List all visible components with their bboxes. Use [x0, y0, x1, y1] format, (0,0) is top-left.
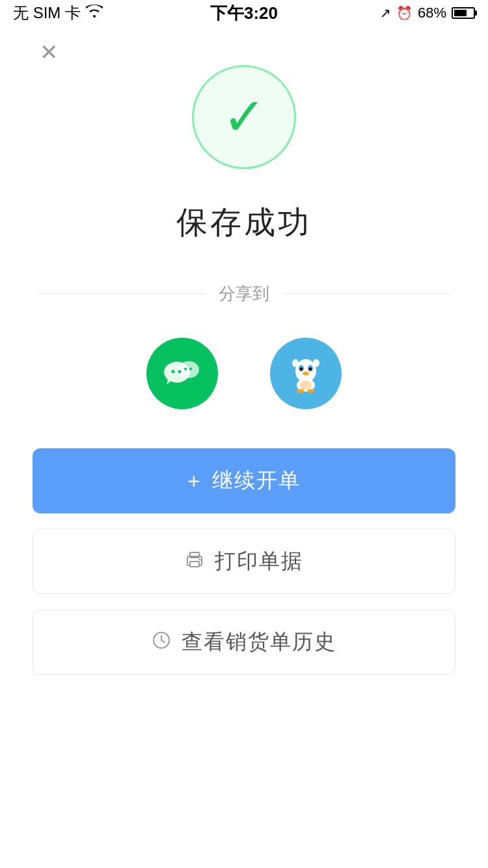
divider-right	[282, 293, 449, 294]
svg-point-15	[307, 389, 315, 393]
success-circle: ✓	[192, 65, 296, 169]
svg-point-14	[297, 389, 305, 393]
svg-point-4	[184, 368, 187, 370]
checkmark-icon: ✓	[223, 91, 266, 143]
svg-rect-20	[190, 562, 199, 567]
svg-point-10	[308, 367, 312, 370]
svg-point-17	[313, 359, 319, 367]
svg-point-9	[299, 367, 303, 370]
print-icon	[185, 550, 204, 574]
history-label: 查看销货单历史	[182, 628, 336, 657]
svg-point-11	[303, 372, 309, 375]
svg-point-16	[292, 359, 299, 367]
status-bar: 无 SIM 卡 下午3:20 ↗ ⏰ 68%	[0, 0, 488, 26]
battery-text: 68%	[418, 5, 446, 21]
wifi-icon	[86, 5, 103, 21]
svg-point-2	[171, 370, 174, 373]
svg-point-3	[178, 370, 181, 373]
main-content: ✓ 保存成功 分享到	[0, 26, 488, 675]
action-buttons: + 继续开单 打印单据 查看销货单历史	[0, 448, 488, 675]
share-section: 分享到	[0, 282, 488, 409]
share-icons	[39, 338, 449, 409]
divider-left	[39, 293, 206, 294]
close-icon: ✕	[40, 41, 58, 63]
print-button[interactable]: 打印单据	[33, 529, 455, 594]
svg-point-5	[189, 368, 192, 370]
share-divider: 分享到	[39, 282, 449, 305]
battery-icon	[452, 7, 475, 19]
alarm-icon: ⏰	[396, 5, 413, 21]
close-button[interactable]: ✕	[33, 36, 65, 68]
status-time: 下午3:20	[210, 2, 278, 25]
history-button[interactable]: 查看销货单历史	[33, 610, 455, 675]
qq-share-button[interactable]	[270, 338, 342, 409]
status-left: 无 SIM 卡	[13, 3, 103, 23]
success-title: 保存成功	[176, 202, 312, 243]
location-icon: ↗	[380, 5, 391, 21]
history-icon	[152, 631, 171, 655]
continue-button[interactable]: + 继续开单	[33, 448, 455, 513]
svg-point-1	[178, 361, 199, 378]
continue-plus-icon: +	[187, 468, 202, 494]
wechat-share-button[interactable]	[146, 338, 218, 409]
wechat-icon	[161, 353, 204, 395]
carrier-text: 无 SIM 卡	[13, 3, 81, 23]
svg-point-13	[300, 381, 312, 390]
share-label: 分享到	[219, 282, 269, 305]
svg-point-21	[199, 558, 201, 560]
continue-label: 继续开单	[212, 467, 301, 495]
status-right: ↗ ⏰ 68%	[380, 5, 475, 21]
qq-icon	[285, 353, 327, 395]
print-label: 打印单据	[215, 547, 303, 576]
